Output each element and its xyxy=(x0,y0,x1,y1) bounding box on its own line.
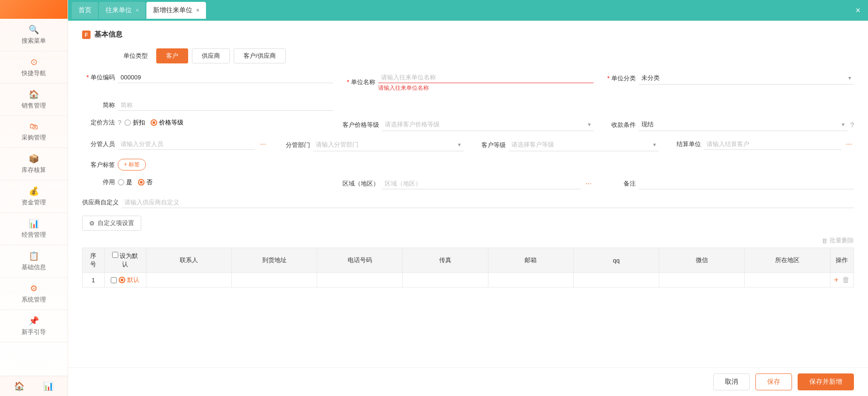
contact-input[interactable] xyxy=(150,277,228,284)
sidebar-logo xyxy=(0,0,68,19)
contact-table: 序号 设为默认 联系人 到货地址 电话号码 传真 邮箱 qq 微信 所在地区 xyxy=(82,248,854,287)
unit-code-label: 单位编码 xyxy=(82,73,115,82)
col-fax: 传真 xyxy=(403,248,488,273)
sidebar-item-sales[interactable]: 🏠 销售管理 xyxy=(0,84,68,116)
tab-home-label: 首页 xyxy=(78,6,91,15)
tab-home[interactable]: 首页 xyxy=(72,2,98,19)
save-button[interactable]: 保存 xyxy=(755,373,792,390)
sidebar-item-system[interactable]: ⚙ 系统管理 xyxy=(0,278,68,310)
col-default: 设为默认 xyxy=(104,248,146,273)
note-input[interactable] xyxy=(639,178,854,189)
form-row-supplier-custom: 供应商自定义 xyxy=(82,197,854,208)
sidebar-item-purchase[interactable]: 🛍 采购管理 xyxy=(0,116,68,148)
settlement-unit-more-btn[interactable]: ··· xyxy=(844,140,854,148)
unit-category-select[interactable]: 未分类 ▾ xyxy=(639,72,854,85)
fax-input[interactable] xyxy=(406,277,484,284)
disable-radio-yes[interactable]: 是 xyxy=(118,178,132,186)
pricing-radio-discount[interactable]: 折扣 xyxy=(124,118,145,127)
address-input[interactable] xyxy=(236,277,313,284)
customer-price-select[interactable]: 请选择客户价格等级 ▾ xyxy=(382,118,594,131)
abbr-input[interactable] xyxy=(118,100,333,111)
region-table-input[interactable] xyxy=(748,277,826,284)
unit-name-with-error: 请输入往来单位名称 xyxy=(378,72,594,92)
quick-nav-icon: ⊙ xyxy=(30,57,38,67)
row-checkbox[interactable] xyxy=(111,277,117,283)
unit-name-error-msg: 请输入往来单位名称 xyxy=(378,84,594,92)
type-btn-both[interactable]: 客户/供应商 xyxy=(234,48,286,63)
payment-terms-label: 收款条件 xyxy=(603,121,636,129)
field-disable: 停用 是 否 xyxy=(82,178,333,186)
row-delete-btn[interactable]: 🗑 xyxy=(842,276,850,284)
sidebar-item-operations[interactable]: 📊 经营管理 xyxy=(0,213,68,245)
sidebar-item-quick-nav[interactable]: ⊙ 快捷导航 xyxy=(0,51,68,84)
tab-new-partner-label: 新增往来单位 xyxy=(153,6,192,15)
type-btn-customer[interactable]: 客户 xyxy=(156,48,188,63)
tab-new-partner[interactable]: 新增往来单位 × xyxy=(146,2,206,19)
pricing-help-icon[interactable]: ? xyxy=(118,119,122,126)
settlement-unit-input[interactable] xyxy=(704,139,841,150)
col-default-checkbox[interactable] xyxy=(112,252,118,258)
unit-name-input[interactable] xyxy=(378,72,594,83)
batch-delete-label: 批量删除 xyxy=(830,236,854,245)
save-new-button[interactable]: 保存并新增 xyxy=(798,373,854,390)
customer-level-placeholder: 请选择客户等级 xyxy=(511,140,653,149)
tab-new-partner-close[interactable]: × xyxy=(196,7,199,14)
tab-partners[interactable]: 往来单位 × xyxy=(99,2,145,19)
sidebar-item-search-label: 搜索菜单 xyxy=(22,37,46,45)
supplier-custom-input[interactable] xyxy=(122,197,854,208)
wechat-input[interactable] xyxy=(663,277,740,284)
row-add-btn[interactable]: + xyxy=(834,276,838,284)
cancel-button[interactable]: 取消 xyxy=(713,373,750,390)
supervisor-more-btn[interactable]: ··· xyxy=(258,140,268,148)
region-more-btn[interactable]: ··· xyxy=(584,179,594,188)
chart-bottom-icon[interactable]: 📊 xyxy=(43,381,53,391)
sidebar-item-basic-info[interactable]: 📋 基础信息 xyxy=(0,245,68,278)
sidebar-item-inventory[interactable]: 📦 库存核算 xyxy=(0,148,68,180)
cell-address xyxy=(231,273,317,287)
col-email: 邮箱 xyxy=(488,248,573,273)
region-input[interactable] xyxy=(382,178,581,189)
col-seq: 序号 xyxy=(83,248,105,273)
supervisor-input[interactable] xyxy=(118,139,255,150)
sidebar-item-guide[interactable]: 📌 新手引导 xyxy=(0,310,68,342)
form-row-unit-basic: 单位编码 单位名称 请输入往来单位名称 单位分类 未分类 ▾ xyxy=(82,72,854,92)
email-input[interactable] xyxy=(492,277,570,284)
customer-level-select[interactable]: 请选择客户等级 ▾ xyxy=(509,139,659,151)
abbr-label: 简称 xyxy=(82,101,115,109)
region-label: 区域（地区） xyxy=(343,179,379,188)
add-tag-btn[interactable]: + 标签 xyxy=(118,159,146,171)
home-bottom-icon[interactable]: 🏠 xyxy=(14,381,24,391)
department-arrow: ▾ xyxy=(458,141,461,148)
tab-partners-close[interactable]: × xyxy=(136,7,139,14)
sidebar-item-finance[interactable]: 💰 资金管理 xyxy=(0,180,68,213)
payment-help-icon[interactable]: ? xyxy=(850,121,854,129)
batch-delete-icon: 🗑 xyxy=(822,237,828,244)
section-title: F 基本信息 xyxy=(82,30,854,39)
sidebar-item-sales-label: 销售管理 xyxy=(22,101,46,110)
unit-code-input[interactable] xyxy=(118,72,333,83)
type-btn-supplier[interactable]: 供应商 xyxy=(192,48,230,63)
phone-input[interactable] xyxy=(321,277,398,284)
payment-terms-select[interactable]: 现结 ▾ xyxy=(639,118,847,131)
sidebar-item-purchase-label: 采购管理 xyxy=(22,133,46,142)
pricing-radio-price-level[interactable]: 价格等级 xyxy=(151,118,183,127)
col-action: 操作 xyxy=(830,248,853,273)
disable-label: 停用 xyxy=(82,178,115,186)
sidebar-bottom: 🏠 📊 xyxy=(0,376,68,396)
disable-radio-no[interactable]: 否 xyxy=(138,178,152,186)
batch-delete-btn[interactable]: 🗑 批量删除 xyxy=(822,236,854,245)
department-select[interactable]: 请输入分管部门 ▾ xyxy=(313,139,463,151)
supervisor-label: 分管人员 xyxy=(82,140,115,148)
qq-input[interactable] xyxy=(578,277,655,284)
basic-info-icon: 📋 xyxy=(29,251,39,261)
purchase-icon: 🛍 xyxy=(30,122,38,132)
form-row-tags: 客户标签 + 标签 xyxy=(82,159,854,171)
custom-settings-btn[interactable]: ⚙ 自定义项设置 xyxy=(82,216,141,231)
default-radio[interactable]: 默认 xyxy=(119,276,139,284)
global-close-btn[interactable]: × xyxy=(852,6,864,16)
sidebar-item-search[interactable]: 🔍 搜索菜单 xyxy=(0,19,68,51)
cell-seq: 1 xyxy=(83,273,105,287)
disable-radio-group: 是 否 xyxy=(118,178,152,186)
customer-level-arrow: ▾ xyxy=(653,141,656,148)
cell-phone xyxy=(317,273,403,287)
